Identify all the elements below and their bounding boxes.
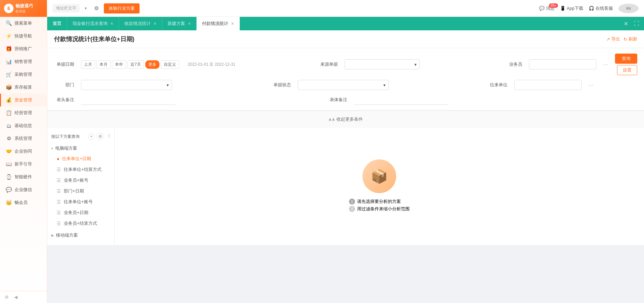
mobile-group-label: 移动端方案 (56, 232, 78, 238)
sidebar-item-label: 新手引导 (14, 161, 32, 167)
tab-new-plan[interactable]: 新建方案✕ (162, 17, 197, 30)
unit-date-label: 往来单位+日期 (62, 156, 91, 162)
user-avatar[interactable]: Rit (618, 4, 639, 13)
note-head-input[interactable] (81, 95, 175, 105)
plan-item-staff-account[interactable]: ☰业务员+账号 (47, 175, 114, 186)
collapse-left-panel-btn[interactable]: 《 (106, 133, 110, 140)
partner-select[interactable] (514, 80, 582, 90)
guide-icon: 📖 (6, 161, 12, 167)
sidebar-item-search[interactable]: 🔍搜索菜单 (0, 17, 47, 30)
settings-gear-icon[interactable]: ⚙ (92, 4, 101, 13)
add-plan-btn[interactable]: + (88, 133, 95, 140)
staff-more-icon[interactable]: ··· (603, 61, 608, 68)
sidebar-item-label: 系统管理 (14, 135, 32, 142)
message-btn[interactable]: 💬 消息 99+ (539, 5, 555, 11)
address-dropdown-icon[interactable]: ▾ (82, 5, 89, 12)
online-service-btn[interactable]: 🎧 在线客服 (589, 5, 613, 11)
date-btn-1[interactable]: 本月 (96, 60, 111, 69)
collapse-btn[interactable]: ∧∧ 收起更多条件 (328, 116, 363, 122)
sidebar-item-member[interactable]: 👑畅会员 (0, 196, 47, 209)
sidebar-nav: 🔍搜索菜单⚡快捷导航🎁营销推广📊销售管理🛒采购管理📦库存核算💰资金管理📋经营管理… (0, 17, 47, 291)
sidebar-item-hardware[interactable]: ⌚智能硬件 (0, 171, 47, 183)
close-tab-btn[interactable]: ✕ (622, 20, 630, 28)
main-content-area: 按以下方案查询 + ⚙ 《 ▾ 电脑端方案 ●往来单位+日期☰往来单位+结算方式… (47, 128, 644, 245)
date-btn-2[interactable]: 本年 (112, 60, 126, 69)
date-btn-5[interactable]: 自定义 (161, 60, 179, 69)
sidebar-item-sales[interactable]: 📊销售管理 (0, 55, 47, 68)
date-btn-0[interactable]: 上月 (81, 60, 95, 69)
sidebar-item-marketing[interactable]: 🎁营销推广 (0, 42, 47, 55)
tip-num-1: 1 (349, 199, 355, 205)
sidebar-item-system[interactable]: ⚙系统管理 (0, 132, 47, 145)
sidebar-item-weixin[interactable]: 💬企业微信 (0, 183, 47, 196)
sidebar-item-label: 企业微信 (14, 187, 32, 193)
filter-settings-btn[interactable]: 设置 (617, 65, 637, 75)
plan-item-unit-date[interactable]: ●往来单位+日期 (47, 153, 114, 164)
plan-item-staff-settle[interactable]: ☰业务员+结算方式 (47, 218, 114, 229)
sidebar-item-finance[interactable]: 💰资金管理 (0, 94, 47, 107)
sidebar-item-operation[interactable]: 📋经营管理 (0, 107, 47, 119)
collapse-sidebar-icon[interactable]: ◀ (14, 295, 18, 300)
phone-icon: 📱 (560, 6, 565, 11)
unit-account-label: 往来单位+账号 (64, 199, 93, 205)
empty-illustration: 📦 (362, 159, 396, 193)
tab-close-bank[interactable]: ✕ (110, 22, 113, 26)
export-btn[interactable]: ↗ 导出 (606, 36, 620, 42)
tabbar-spacer (240, 17, 618, 30)
sidebar-item-label: 企业协同 (14, 148, 32, 154)
sidebar-item-label: 资金管理 (14, 97, 32, 103)
date-btns: 上月本月本年近7天更多自定义 (81, 60, 179, 69)
sidebar-item-purchase[interactable]: 🛒采购管理 (0, 68, 47, 81)
source-select[interactable]: ▾ (345, 59, 419, 69)
dept-select[interactable]: ▾ (81, 80, 172, 90)
date-btn-4[interactable]: 更多 (145, 60, 159, 69)
date-label: 单据日期 (54, 61, 74, 67)
tab-payment[interactable]: 付款情况统计✕ (197, 17, 240, 30)
collapse-bar: ∧∧ 收起更多条件 (47, 111, 644, 128)
tab-home[interactable]: 首页 (47, 17, 67, 30)
date-btn-3[interactable]: 近7天 (127, 60, 144, 69)
page-title: 付款情况统计(往来单位+日期) (54, 35, 135, 43)
hardware-icon: ⌚ (6, 174, 12, 180)
query-btn[interactable]: 查询 (615, 54, 637, 64)
filter-row-notes: 表头备注 表体备注 (54, 95, 637, 105)
empty-tip-2: 2 用过滤条件来缩小分析范围 (349, 206, 410, 212)
filter-panel: 单据日期 上月本月本年近7天更多自定义 2022-01-01 至 2022-12… (47, 48, 644, 111)
partner-more-icon[interactable]: ··· (588, 82, 593, 89)
sidebar-item-label: 智能硬件 (14, 174, 32, 180)
staff-account-icon: ☰ (57, 178, 61, 183)
plan-item-staff-date[interactable]: ☰业务员+日期 (47, 207, 114, 218)
sidebar-item-quick[interactable]: ⚡快捷导航 (0, 30, 47, 42)
tab-receipt[interactable]: 收款情况统计✕ (119, 17, 162, 30)
plan-settings-btn[interactable]: ⚙ (97, 133, 104, 140)
tab-bank[interactable]: 现金银行流水查询✕ (67, 17, 119, 30)
tab-close-new-plan[interactable]: ✕ (188, 22, 191, 26)
doc-status-select[interactable]: ▾ (298, 80, 389, 90)
sidebar-item-label: 经营管理 (14, 110, 32, 116)
sidebar-item-enterprise[interactable]: 🤝企业协同 (0, 145, 47, 158)
chevron-down-status-icon: ▾ (383, 83, 386, 88)
note-body-label: 表体备注 (327, 97, 347, 103)
sidebar-item-basic[interactable]: 🗂基础信息 (0, 119, 47, 132)
plan-item-unit-account[interactable]: ☰往来单位+账号 (47, 196, 114, 207)
tab-close-receipt[interactable]: ✕ (153, 22, 156, 26)
app-download-btn[interactable]: 📱 App下载 (560, 5, 583, 11)
note-body-input[interactable] (354, 95, 448, 105)
refresh-btn[interactable]: ↻ 刷新 (623, 36, 637, 42)
pc-plan-group-title[interactable]: ▾ 电脑端方案 (47, 143, 114, 153)
sidebar-item-guide[interactable]: 📖新手引导 (0, 158, 47, 171)
maximize-btn[interactable]: ⛶ (633, 20, 641, 28)
sidebar-item-inventory[interactable]: 📦库存核算 (0, 81, 47, 94)
plan-item-dept-date[interactable]: ☰部门+日期 (47, 186, 114, 196)
sidebar-item-label: 搜索菜单 (14, 20, 32, 26)
settings-icon[interactable]: ⚙ (5, 295, 9, 300)
sidebar-header: 6 畅捷通巧 标准版 (0, 0, 47, 17)
mobile-plan-group-title[interactable]: ▶ 移动端方案 (47, 230, 114, 240)
plan-item-unit-settle[interactable]: ☰往来单位+结算方式 (47, 164, 114, 175)
address-bar[interactable]: 地址栏文字 (53, 4, 80, 12)
staff-select[interactable] (529, 59, 596, 69)
topbar-left: 地址栏文字 ▾ ⚙ 体验行业方案 (53, 3, 536, 13)
tab-close-payment[interactable]: ✕ (231, 22, 234, 26)
trial-btn[interactable]: 体验行业方案 (104, 3, 140, 13)
tab-label-payment: 付款情况统计 (202, 21, 228, 27)
